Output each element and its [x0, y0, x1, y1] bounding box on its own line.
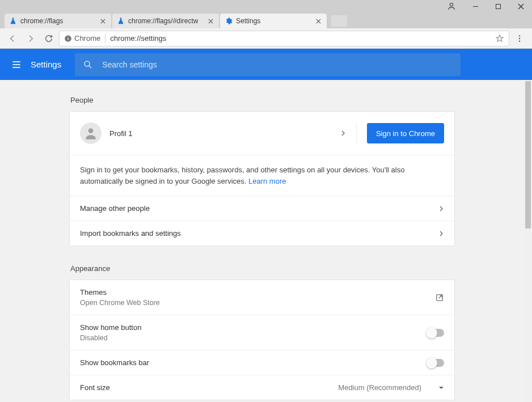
- appearance-card: Themes Open Chrome Web Store Show home b…: [69, 280, 455, 400]
- minimize-button[interactable]: [464, 0, 487, 12]
- bookmarks-bar-toggle[interactable]: [427, 359, 444, 367]
- bookmark-star-icon[interactable]: [495, 34, 504, 43]
- hamburger-menu-icon[interactable]: [8, 59, 25, 70]
- chevron-right-icon: [438, 231, 444, 236]
- vertical-scrollbar[interactable]: [524, 80, 532, 402]
- svg-rect-2: [496, 4, 500, 9]
- row-sub: Open Chrome Web Store: [80, 299, 160, 307]
- row-label: Import bookmarks and settings: [80, 229, 181, 238]
- close-window-button[interactable]: [509, 0, 532, 12]
- search-icon: [83, 60, 93, 70]
- row-label: Font size: [80, 383, 110, 392]
- settings-title: Settings: [31, 60, 61, 69]
- tab-title: chrome://flags/#directw: [128, 17, 206, 25]
- row-label: Show home button: [80, 323, 141, 332]
- tab-strip: chrome://flags chrome://flags/#directw S…: [0, 12, 532, 28]
- chevron-right-icon: [438, 206, 444, 211]
- people-card: Profil 1 Sign in to Chrome Sign in to ge…: [69, 111, 455, 246]
- home-button-row: Show home button Disabled: [70, 315, 454, 350]
- font-size-select[interactable]: Medium (Recommended): [338, 383, 444, 392]
- svg-point-20: [85, 61, 90, 66]
- chevron-right-icon: [340, 130, 346, 136]
- svg-point-16: [519, 40, 520, 41]
- window-titlebar: [0, 0, 532, 12]
- learn-more-link[interactable]: Learn more: [248, 177, 286, 185]
- omnibox-url: chrome://settings: [110, 34, 166, 43]
- section-label-people: People: [69, 96, 455, 104]
- tab-title: chrome://flags: [20, 17, 99, 25]
- svg-point-22: [88, 128, 94, 133]
- divider: [356, 122, 357, 145]
- settings-content: People Profil 1 Sign in to Chrome Sign i…: [0, 80, 524, 402]
- flask-icon: [9, 17, 17, 25]
- site-info[interactable]: Chrome: [64, 34, 100, 43]
- info-text: Sign in to get your bookmarks, history, …: [80, 166, 404, 185]
- row-label: Manage other people: [80, 204, 150, 213]
- settings-search-input[interactable]: [101, 60, 453, 70]
- svg-rect-13: [67, 36, 68, 37]
- forward-button[interactable]: [23, 31, 39, 46]
- svg-point-0: [450, 3, 453, 6]
- sign-in-info: Sign in to get your bookmarks, history, …: [70, 155, 454, 196]
- maximize-button[interactable]: [487, 0, 509, 12]
- omnibox-divider: [105, 34, 105, 43]
- row-label: Show bookmarks bar: [80, 358, 149, 367]
- row-label: Themes: [80, 288, 160, 297]
- flask-icon: [117, 17, 125, 25]
- caret-down-icon: [438, 385, 444, 391]
- new-tab-button[interactable]: [331, 15, 347, 27]
- svg-point-14: [519, 35, 520, 36]
- profile-name: Profil 1: [109, 129, 132, 138]
- tab-flags-2[interactable]: chrome://flags/#directw: [112, 14, 219, 28]
- svg-rect-12: [67, 37, 68, 40]
- tab-title: Settings: [236, 17, 314, 25]
- avatar-icon: [80, 122, 102, 144]
- scrollbar-thumb[interactable]: [525, 81, 531, 228]
- bookmarks-bar-row: Show bookmarks bar: [70, 350, 454, 375]
- gear-icon: [225, 17, 233, 25]
- settings-search-box[interactable]: [75, 53, 461, 76]
- close-tab-icon[interactable]: [314, 17, 322, 25]
- profile-icon[interactable]: [447, 2, 456, 11]
- close-tab-icon[interactable]: [206, 17, 214, 25]
- tab-settings[interactable]: Settings: [220, 14, 327, 28]
- themes-row[interactable]: Themes Open Chrome Web Store: [70, 280, 454, 315]
- home-button-toggle[interactable]: [427, 329, 444, 337]
- close-tab-icon[interactable]: [99, 17, 107, 25]
- svg-point-15: [519, 37, 520, 39]
- row-sub: Disabled: [80, 334, 141, 342]
- address-bar: Chrome chrome://settings: [0, 28, 532, 49]
- section-label-appearance: Appearance: [69, 264, 455, 273]
- svg-line-21: [89, 65, 91, 67]
- import-bookmarks-row[interactable]: Import bookmarks and settings: [70, 221, 454, 246]
- sign-in-button[interactable]: Sign in to Chrome: [367, 123, 444, 143]
- open-external-icon: [435, 293, 444, 302]
- reload-button[interactable]: [41, 31, 57, 46]
- settings-header: Settings: [0, 49, 532, 80]
- font-size-row: Font size Medium (Recommended): [70, 375, 454, 400]
- chrome-menu-button[interactable]: [512, 31, 527, 46]
- tab-flags-1[interactable]: chrome://flags: [5, 14, 111, 28]
- profile-row[interactable]: Profil 1 Sign in to Chrome: [70, 112, 454, 155]
- back-button[interactable]: [5, 31, 20, 46]
- select-value: Medium (Recommended): [338, 383, 421, 392]
- security-label: Chrome: [74, 34, 100, 43]
- manage-people-row[interactable]: Manage other people: [70, 196, 454, 221]
- omnibox[interactable]: Chrome chrome://settings: [59, 31, 509, 46]
